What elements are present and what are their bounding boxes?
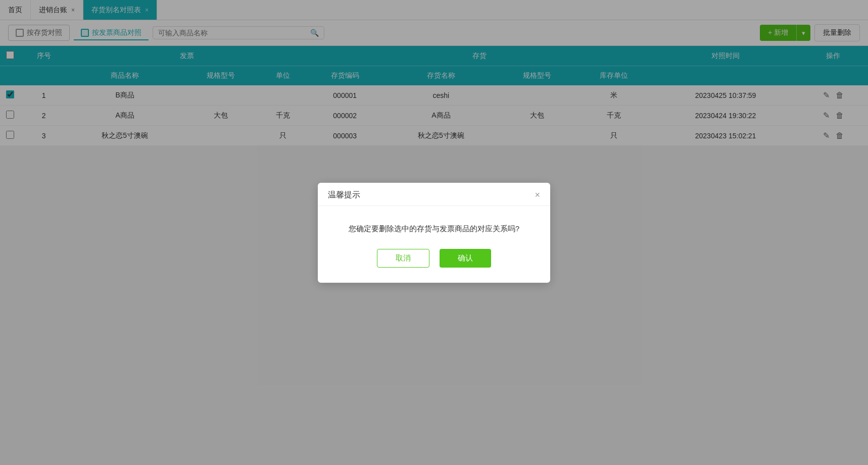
overlay: 温馨提示 × 您确定要删除选中的存货与发票商品的对应关系吗? 取消 确认 xyxy=(0,0,868,146)
